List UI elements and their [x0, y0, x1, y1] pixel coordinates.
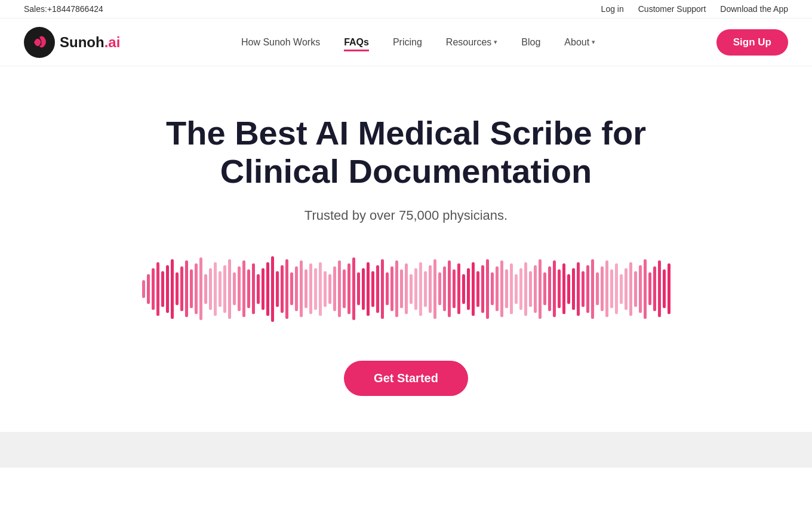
waveform-bar [257, 274, 260, 304]
navbar: Sunoh.ai How Sunoh Works FAQs Pricing Re… [0, 19, 812, 66]
get-started-button[interactable]: Get Started [344, 361, 468, 396]
waveform-bar [190, 269, 193, 308]
waveform-bar [481, 265, 484, 313]
waveform-bar [491, 272, 494, 305]
waveform-bar [429, 265, 432, 313]
waveform-bar [295, 266, 298, 311]
waveform-bar [328, 274, 331, 304]
waveform-bar [386, 272, 389, 305]
waveform-bar [519, 268, 522, 310]
waveform-bar [223, 265, 226, 313]
waveform-bar [285, 259, 288, 319]
waveform-bar [634, 271, 637, 307]
waveform-bar [405, 263, 408, 314]
top-bar-right: Log in Customer Support Download the App [601, 4, 788, 14]
hero-section: The Best AI Medical Scribe for Clinical … [0, 66, 812, 432]
about-chevron-icon: ▾ [592, 38, 595, 46]
waveform-bar [620, 274, 623, 304]
waveform-bar [467, 268, 470, 310]
waveform-bar [658, 260, 661, 317]
waveform-bar [505, 269, 508, 308]
waveform-bar [515, 274, 518, 304]
waveform-bar [410, 274, 413, 304]
waveform-bar [534, 265, 537, 313]
waveform-bar [242, 260, 245, 317]
nav-item-about[interactable]: About ▾ [564, 37, 595, 48]
waveform-bar [433, 259, 436, 319]
nav-item-faqs[interactable]: FAQs [344, 37, 369, 48]
waveform-bar [156, 262, 159, 316]
waveform-bar [591, 259, 594, 319]
waveform-bar [639, 265, 642, 313]
nav-item-how-sunoh-works[interactable]: How Sunoh Works [241, 37, 320, 48]
waveform-bar [663, 269, 666, 308]
nav-item-blog[interactable]: Blog [521, 37, 540, 48]
nav-item-pricing[interactable]: Pricing [393, 37, 422, 48]
hero-title: The Best AI Medical Scribe for Clinical … [137, 114, 675, 191]
top-bar-left: Sales:+18447866424 [24, 4, 103, 14]
waveform-bar [457, 263, 460, 314]
waveform-bar [252, 263, 255, 314]
waveform-bar [343, 269, 346, 308]
waveform-bar [625, 268, 628, 310]
hero-subtitle: Trusted by over 75,000 physicians. [304, 208, 508, 223]
waveform-bar [419, 262, 422, 316]
waveform-bar [548, 266, 551, 311]
waveform-bar [424, 271, 427, 307]
waveform-bar [281, 265, 284, 313]
waveform-bar [161, 271, 164, 307]
waveform-bar [300, 260, 303, 317]
waveform-bar [644, 259, 647, 319]
waveform-bar [185, 260, 188, 317]
waveform-bar [238, 266, 241, 311]
waveform-bar [572, 268, 575, 310]
waveform-bar [586, 265, 589, 313]
waveform-bar [166, 265, 169, 313]
waveform-bar [472, 262, 475, 316]
waveform-bar [414, 268, 417, 310]
sales-phone-link[interactable]: Sales:+18447866424 [24, 4, 103, 14]
footer-area [0, 432, 812, 468]
waveform-bar [400, 269, 403, 308]
logo-text: Sunoh.ai [60, 34, 120, 51]
waveform-bar [319, 262, 322, 316]
waveform-bar [271, 256, 274, 322]
waveform-bar [453, 269, 456, 308]
waveform-bar [448, 260, 451, 317]
waveform-visualization [142, 253, 670, 325]
waveform-bar [362, 268, 365, 310]
waveform-bar [668, 263, 670, 314]
logo[interactable]: Sunoh.ai [24, 27, 120, 58]
waveform-bar [567, 274, 570, 304]
download-app-link[interactable]: Download the App [720, 4, 788, 14]
signup-button[interactable]: Sign Up [716, 29, 788, 56]
nav-item-resources[interactable]: Resources ▾ [446, 37, 497, 48]
waveform-bar [371, 271, 374, 307]
waveform-bar [390, 266, 393, 311]
waveform-bar [233, 272, 236, 305]
waveform-bar [195, 263, 198, 314]
waveform-bar [562, 263, 565, 314]
waveform-bar [276, 271, 279, 307]
waveform-bar [395, 260, 398, 317]
waveform-bar [539, 259, 542, 319]
waveform-bar [352, 257, 355, 320]
waveform-bar [228, 259, 231, 319]
waveform-bar [204, 274, 207, 304]
logo-icon [24, 27, 55, 58]
waveform-bar [324, 271, 327, 307]
waveform-bar [309, 263, 312, 314]
waveform-bar [199, 257, 202, 320]
waveform-bar [529, 271, 532, 307]
waveform-bar [152, 268, 155, 310]
login-link[interactable]: Log in [601, 4, 624, 14]
waveform-bar [610, 269, 613, 308]
waveform-bar [486, 259, 489, 319]
waveform-bar [496, 266, 499, 311]
waveform-bar [629, 262, 632, 316]
customer-support-link[interactable]: Customer Support [638, 4, 706, 14]
waveform-bar [558, 269, 561, 308]
waveform-bar [596, 272, 599, 305]
waveform-bar [577, 262, 580, 316]
waveform-bar [142, 280, 145, 298]
